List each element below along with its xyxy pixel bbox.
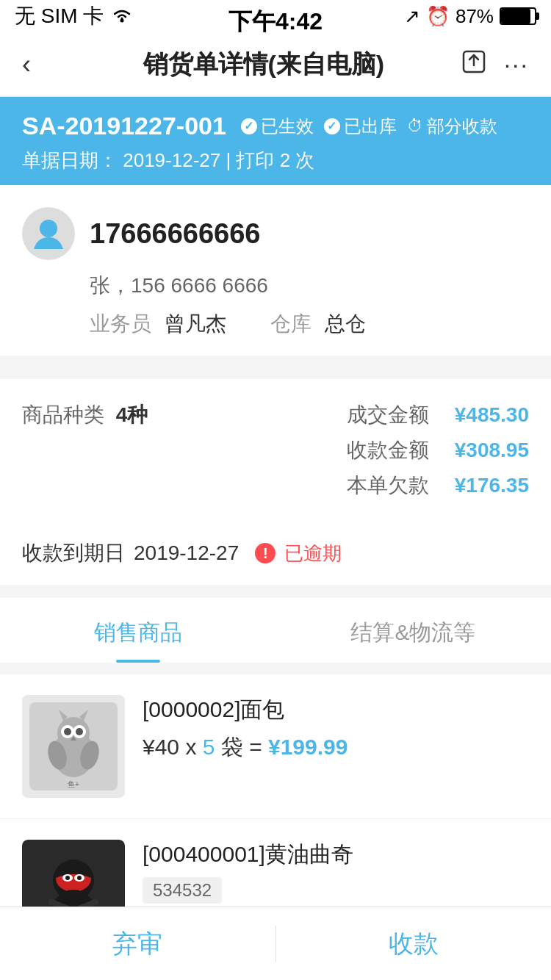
customer-meta: 业务员 曾凡杰 仓库 总仓 bbox=[90, 310, 529, 338]
customer-top: 17666666666 bbox=[22, 207, 529, 260]
product-price-1: ¥40 x 5 袋 = ¥199.99 bbox=[143, 732, 529, 763]
status-right: ↗ ⏰ 87% bbox=[404, 5, 536, 28]
customer-section: 17666666666 张，156 6666 6666 业务员 曾凡杰 仓库 总… bbox=[0, 185, 551, 356]
product-image-1: 鱼+ bbox=[22, 695, 125, 798]
sales-label: 业务员 曾凡杰 bbox=[90, 310, 226, 338]
battery-icon bbox=[500, 7, 536, 25]
share-button[interactable] bbox=[461, 49, 486, 80]
status-carrier: 无 SIM 卡 bbox=[15, 2, 133, 30]
nav-bar: ‹ 销货单详情(来自电脑) ··· bbox=[0, 32, 551, 97]
svg-point-21 bbox=[77, 876, 82, 880]
overdue-text: 已逾期 bbox=[284, 541, 342, 566]
debt-row: 本单欠款 ¥176.35 bbox=[347, 472, 529, 500]
svg-point-0 bbox=[120, 19, 124, 23]
tabs-section: 销售商品 结算&物流等 bbox=[0, 597, 551, 663]
collection-row: 收款金额 ¥308.95 bbox=[347, 436, 529, 464]
alarm-icon: ⏰ bbox=[426, 5, 450, 28]
section-divider-1 bbox=[0, 367, 551, 379]
svg-point-9 bbox=[76, 728, 83, 735]
location-icon: ↗ bbox=[404, 5, 420, 28]
order-number: SA-20191227-001 bbox=[22, 112, 226, 140]
transaction-row: 成交金额 ¥485.30 bbox=[347, 401, 529, 429]
banner-date: 单据日期： 2019-12-27 | 打印 2 次 bbox=[22, 148, 529, 173]
wifi-icon bbox=[111, 4, 133, 28]
customer-name: 17666666666 bbox=[90, 218, 260, 250]
back-button[interactable]: ‹ bbox=[22, 49, 66, 80]
product-details-1: [0000002]面包 ¥40 x 5 袋 = ¥199.99 bbox=[143, 695, 529, 763]
page-title: 销货单详情(来自电脑) bbox=[66, 48, 461, 82]
customer-info: 张，156 6666 6666 bbox=[90, 272, 529, 300]
product-name-1: [0000002]面包 bbox=[143, 695, 529, 725]
badge-effective: ✓ 已生效 bbox=[241, 115, 314, 138]
svg-point-2 bbox=[40, 220, 57, 237]
svg-point-20 bbox=[65, 876, 70, 880]
tab-sales-products[interactable]: 销售商品 bbox=[0, 597, 276, 663]
bottom-bar: 弃审 收款 bbox=[0, 907, 551, 980]
stats-right: 成交金额 ¥485.30 收款金额 ¥308.95 本单欠款 ¥176.35 bbox=[347, 401, 529, 500]
list-item: 鱼+ [0000002]面包 ¥40 x 5 袋 = ¥199.99 bbox=[0, 674, 551, 819]
overdue-section: 收款到期日 2019-12-27 ! 已逾期 bbox=[0, 522, 551, 585]
stats-left: 商品种类 4种 bbox=[22, 401, 148, 433]
status-bar: 无 SIM 卡 下午4:42 ↗ ⏰ 87% bbox=[0, 0, 551, 32]
product-total-1: ¥199.99 bbox=[268, 735, 347, 759]
more-button[interactable]: ··· bbox=[504, 50, 529, 79]
svg-text:鱼+: 鱼+ bbox=[68, 780, 79, 788]
cancel-button[interactable]: 弃审 bbox=[0, 912, 276, 976]
product-name-2: [000400001]黄油曲奇 bbox=[143, 840, 529, 870]
svg-point-8 bbox=[64, 728, 71, 735]
header-banner: SA-20191227-001 ✓ 已生效 ✓ 已出库 ⏱ 部分收款 单据日期：… bbox=[0, 97, 551, 185]
battery-text: 87% bbox=[455, 5, 494, 28]
status-badges: ✓ 已生效 ✓ 已出库 ⏱ 部分收款 bbox=[241, 115, 497, 138]
sales-value: 曾凡杰 bbox=[165, 312, 226, 335]
stats-section: 商品种类 4种 成交金额 ¥485.30 收款金额 ¥308.95 本单欠款 ¥… bbox=[0, 379, 551, 522]
product-qty-1: 5 bbox=[203, 735, 215, 759]
tab-settlement-logistics[interactable]: 结算&物流等 bbox=[276, 597, 551, 663]
section-divider-2 bbox=[0, 585, 551, 597]
warehouse-value: 总仓 bbox=[325, 312, 366, 335]
badge-shipped: ✓ 已出库 bbox=[324, 115, 397, 138]
product-type-row: 商品种类 4种 bbox=[22, 401, 148, 429]
nav-actions: ··· bbox=[461, 49, 529, 80]
badge-partial: ⏱ 部分收款 bbox=[407, 115, 497, 138]
overdue-icon: ! bbox=[255, 543, 276, 563]
product-tag-2: 534532 bbox=[143, 877, 222, 904]
avatar bbox=[22, 207, 75, 260]
warehouse-label: 仓库 总仓 bbox=[270, 310, 366, 338]
confirm-button[interactable]: 收款 bbox=[276, 912, 552, 976]
banner-top: SA-20191227-001 ✓ 已生效 ✓ 已出库 ⏱ 部分收款 bbox=[22, 112, 529, 140]
status-time: 下午4:42 bbox=[228, 6, 323, 38]
